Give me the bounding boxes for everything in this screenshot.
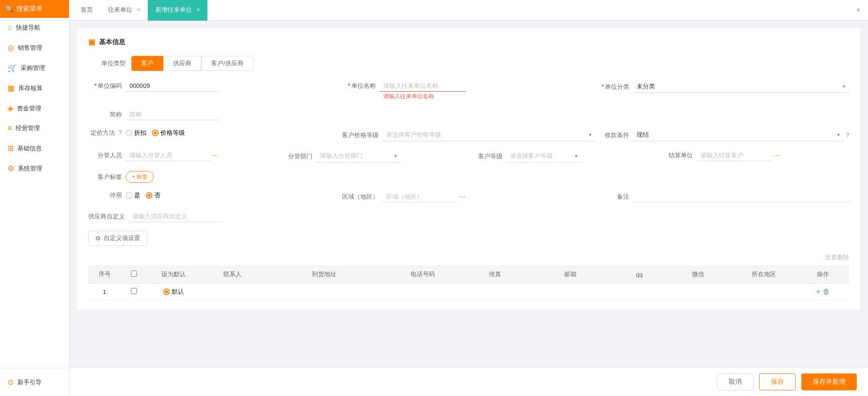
chevron-down-icon: ▾ [575,153,578,159]
region-more-button[interactable]: ··· [457,193,467,201]
tab-home[interactable]: 首页 [73,0,100,21]
chevron-down-icon: ▾ [394,153,397,159]
row-default-radio[interactable]: 默认 [151,287,196,296]
type-btn-both[interactable]: 客户/供应商 [201,56,253,71]
section-title: ▣ 基本信息 [88,38,849,47]
finance-icon: ◈ [8,104,13,113]
save-new-button[interactable]: 保存并新增 [801,373,857,390]
gear-icon: ⚙ [95,235,101,242]
region-input[interactable] [382,191,457,202]
tab-close-all-button[interactable]: × [853,6,864,15]
disable-radio-yes[interactable]: 是 [126,191,140,200]
footer-bar: 取消 保存 保存并新增 [69,367,868,396]
tab-new-partner-label: 新增往来单位 [155,6,192,14]
sidebar-item-system[interactable]: ⚙ 系统管理 [0,158,69,179]
cell-contact[interactable] [200,284,266,300]
sidebar-item-operations[interactable]: ≡ 经营管理 [0,118,69,138]
home-icon: ⌂ [8,23,12,32]
table-header: 序号 设为默认 联系人 到货地址 电话号码 传真 邮箱 qq 微信 所在地区 操… [88,265,849,284]
th-check [121,265,147,284]
sidebar-item-finance[interactable]: ◈ 资金管理 [0,98,69,118]
pricing-radio-level[interactable]: 价格等级 [152,129,185,137]
cell-seq: 1 [88,284,121,300]
wechat-input[interactable] [669,288,727,295]
settlement-more-button[interactable]: ··· [772,151,782,160]
remark-input[interactable] [633,191,849,202]
manager-input[interactable] [126,150,210,161]
form-row-6: 停用 是 否 区域（地区） ··· [88,191,849,202]
radio-circle-discount [126,130,132,136]
abbr-input[interactable] [126,109,220,120]
tab-new-partner-close[interactable]: × [197,7,200,13]
abbr-label: 简称 [88,110,126,119]
unit-category-value: 未分类 [637,82,655,91]
search-menu-button[interactable]: 🔍 搜索菜单 [0,0,69,18]
sidebar-item-label: 采购管理 [21,64,45,72]
cell-phone[interactable] [383,284,462,300]
save-button[interactable]: 保存 [759,373,796,390]
disable-radio-no[interactable]: 否 [146,191,160,200]
cell-qq[interactable] [613,284,666,300]
dept-select[interactable]: 请输入分管部门 ▾ [316,150,401,163]
payment-terms-select[interactable]: 现结 ▾ [633,129,844,141]
row-checkbox[interactable] [131,288,137,294]
field-pricing-method: 定价方法 ? 折扣 价格等级 [88,129,342,137]
tab-partners-close[interactable]: × [137,7,140,13]
tab-new-partner[interactable]: 新增往来单位 × [148,0,207,21]
delete-row-button[interactable]: 🗑 [822,287,830,296]
cancel-button[interactable]: 取消 [717,373,754,390]
th-fax: 传真 [462,265,528,284]
form-card: ▣ 基本信息 单位类型 客户 供应商 客户/供应商 *单位编码 [77,28,860,310]
sidebar-item-sales[interactable]: ◎ 销售管理 [0,38,69,58]
field-remark: 备注 [595,191,849,202]
tab-partners[interactable]: 往来单位 × [100,0,148,21]
qq-input[interactable] [617,288,662,295]
sidebar-item-beginner[interactable]: ⊙ 新手引导 [0,372,69,392]
pricing-help-icon[interactable]: ? [118,129,122,136]
batch-delete-button[interactable]: 批量删除 [825,253,849,262]
payment-help-icon[interactable]: ? [845,132,849,139]
row-region-input[interactable] [735,288,793,295]
pricing-radio-discount[interactable]: 折扣 [126,129,146,137]
manager-more-button[interactable]: ··· [210,151,220,160]
cell-fax[interactable] [462,284,528,300]
supplier-custom-input[interactable] [129,211,222,222]
unit-code-input[interactable] [126,80,220,92]
inventory-icon: ▦ [8,84,15,93]
cell-wechat[interactable] [665,284,731,300]
custom-settings-button[interactable]: ⚙ 自定义项设置 [88,231,147,246]
phone-input[interactable] [387,288,458,295]
th-wechat: 微信 [665,265,731,284]
type-btn-supplier[interactable]: 供应商 [163,56,201,71]
sidebar-item-purchase[interactable]: 🛒 采购管理 [0,58,69,78]
sidebar-item-inventory[interactable]: ▦ 库存核算 [0,78,69,98]
customer-level-label: 客户等级 [469,152,506,161]
cell-region[interactable] [731,284,797,300]
sidebar-item-quick-nav[interactable]: ⌂ 快捷导航 [0,18,69,38]
customer-level-select[interactable]: 请选择客户等级 ▾ [506,150,581,163]
th-action: 操作 [797,265,849,284]
th-contact: 联系人 [200,265,266,284]
add-tag-button[interactable]: + 标签 [126,171,154,183]
address-input[interactable] [269,288,380,295]
unit-category-select[interactable]: 未分类 ▾ [633,80,849,93]
customer-price-select[interactable]: 请选择客户价格等级 ▾ [382,129,596,141]
add-row-button[interactable]: + [816,287,821,296]
fax-input[interactable] [466,288,524,295]
sidebar-item-label: 销售管理 [18,44,42,52]
sidebar-item-basic-info[interactable]: ⊞ 基础信息 [0,138,69,158]
cell-email[interactable] [528,284,613,300]
select-all-checkbox[interactable] [131,271,137,277]
contact-input[interactable] [204,288,262,295]
field-payment-terms: 收款条件 现结 ▾ ? [595,129,849,141]
supplier-custom-label: 供应商自定义 [88,212,129,221]
pricing-radio-discount-label: 折扣 [134,129,146,137]
table-header-row: 序号 设为默认 联系人 到货地址 电话号码 传真 邮箱 qq 微信 所在地区 操… [88,265,849,284]
unit-name-input[interactable] [380,80,466,92]
cell-address[interactable] [266,284,384,300]
custom-settings-label: 自定义项设置 [104,234,140,242]
settlement-unit-input[interactable] [697,150,772,161]
tab-bar: 首页 往来单位 × 新增往来单位 × × [69,0,868,21]
type-btn-customer[interactable]: 客户 [131,56,163,71]
email-input[interactable] [532,288,609,295]
